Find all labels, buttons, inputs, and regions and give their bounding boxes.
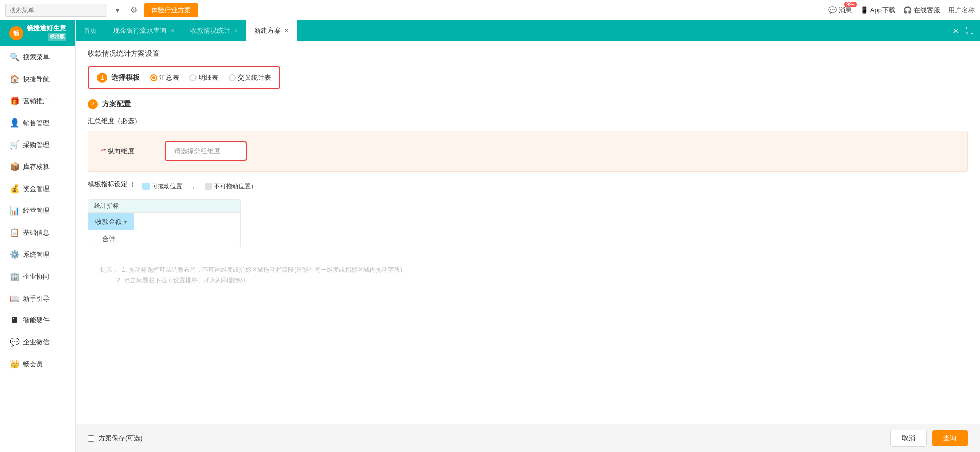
money-icon: 💰: [10, 184, 19, 194]
sidebar-item-hardware[interactable]: 🖥 智能硬件: [0, 310, 75, 331]
sidebar-item-marketing[interactable]: 🎁 营销推广: [0, 90, 75, 112]
online-service-button[interactable]: 🎧 在线客服: [903, 6, 940, 15]
sidebar-item-search[interactable]: 🔍 搜索菜单: [0, 46, 75, 68]
dimension-select[interactable]: 请选择分组维度: [165, 141, 247, 161]
sidebar-item-label: 营销推广: [23, 97, 50, 106]
monitor-icon: 🖥: [10, 316, 19, 325]
header-dropdown-button[interactable]: ▾: [111, 4, 124, 16]
sidebar-item-wechat[interactable]: 💬 企业微信: [0, 331, 75, 353]
radio-detail[interactable]: 明细表: [189, 73, 218, 82]
sidebar-item-system[interactable]: ⚙️ 系统管理: [0, 244, 75, 266]
dimension-row: ** 纵向维度 —— 请选择分组维度: [101, 141, 955, 161]
page-section: 收款情况统计方案设置 1 选择模板 汇总表: [76, 41, 980, 424]
dimension-field-label: ** 纵向维度: [101, 147, 134, 156]
radio-cross-circle: [229, 74, 236, 81]
draggable-indicator: [142, 183, 150, 190]
sidebar-item-label: 企业微信: [23, 338, 50, 347]
page-content: 收款情况统计方案设置 1 选择模板 汇总表: [76, 41, 980, 452]
sidebar-item-purchase[interactable]: 🛒 采购管理: [0, 134, 75, 156]
sidebar-item-label: 快捷导航: [23, 75, 50, 84]
tab-new-plan[interactable]: 新建方案 ×: [246, 20, 297, 41]
sidebar-item-operation[interactable]: 📊 经营管理: [0, 200, 75, 222]
radio-cross-label: 交叉统计表: [238, 73, 271, 82]
col-data-total: 合计: [88, 230, 129, 248]
window-buttons: ✕ ⛶: [950, 26, 980, 36]
tip-item-2: 2. 点击标题栏下拉可设置排序、插入列和删除列: [88, 276, 968, 285]
tab-receipts[interactable]: 收款情况统计 ×: [182, 20, 246, 41]
message-badge: 99+: [844, 2, 857, 7]
sidebar-item-corp[interactable]: 🏢 企业协同: [0, 266, 75, 288]
home-icon: 🏠: [10, 74, 19, 84]
step1-row: 1 选择模板 汇总表 明细表: [88, 66, 280, 89]
dimension-area: ** 纵向维度 —— 请选择分组维度: [88, 131, 968, 172]
step1-number: 1: [97, 73, 107, 83]
tab-receipts-close[interactable]: ×: [234, 27, 238, 34]
metrics-table-label: 统计指标: [88, 200, 240, 213]
tab-home[interactable]: 首页: [76, 20, 105, 41]
metrics-table: 统计指标 收款金额 ▾ 合计: [88, 199, 241, 248]
sidebar-item-label: 基础信息: [23, 228, 50, 237]
tab-new-plan-label: 新建方案: [254, 26, 281, 35]
step2-header: 2 方案配置: [88, 99, 968, 109]
sidebar-item-basic[interactable]: 📋 基础信息: [0, 222, 75, 244]
message-button[interactable]: 💬 消息 99+: [828, 6, 852, 15]
radio-cross[interactable]: 交叉统计表: [229, 73, 271, 82]
save-label: 方案保存(可选): [99, 434, 143, 443]
top-header: ▾ ⚙ 体验行业方案 💬 消息 99+ 📱 App下载 🎧 在线客服 用户名称: [0, 0, 980, 20]
hint-draggable-label: 可拖动位置: [152, 182, 182, 191]
radio-summary[interactable]: 汇总表: [150, 73, 179, 82]
list-icon: 📋: [10, 228, 19, 237]
step2-section: 2 方案配置 汇总维度（必选） ** 纵向维度 —— 请选择分组维度: [88, 99, 968, 292]
page-title: 收款情况统计方案设置: [88, 49, 968, 58]
user-info[interactable]: 用户名称: [948, 6, 975, 15]
cart-icon: 🛒: [10, 140, 19, 150]
header-search-input[interactable]: [5, 4, 107, 17]
sidebar-item-label: 企业协同: [23, 272, 50, 281]
col-data-row: 合计: [88, 230, 240, 248]
sidebar-item-label: 资金管理: [23, 184, 50, 194]
tab-bank[interactable]: 现金银行流水查询 ×: [105, 20, 182, 41]
content-area: 首页 现金银行流水查询 × 收款情况统计 × 新建方案 × ✕ ⛶: [76, 20, 980, 452]
metrics-hint-row: 模板指标设定（ 可拖动位置 ， 不可拖动位置）: [88, 180, 968, 193]
fixed-indicator: [205, 183, 212, 190]
sidebar-item-nav[interactable]: 🏠 快捷导航: [0, 68, 75, 90]
logo-tag: 标准版: [48, 33, 66, 41]
sidebar-item-finance[interactable]: 💰 资金管理: [0, 178, 75, 200]
query-button[interactable]: 查询: [932, 430, 968, 446]
col-header-amount[interactable]: 收款金额 ▾: [88, 213, 134, 230]
metrics-col-header: 收款金额 ▾: [88, 213, 240, 230]
sidebar-item-inventory[interactable]: 📦 库存核算: [0, 156, 75, 178]
crown-icon: 👑: [10, 359, 19, 369]
sidebar-item-label: 经营管理: [23, 206, 50, 216]
header-right: 💬 消息 99+ 📱 App下载 🎧 在线客服 用户名称: [828, 6, 975, 15]
sidebar-item-sales[interactable]: 👤 销售管理: [0, 112, 75, 134]
tab-new-plan-close[interactable]: ×: [285, 27, 288, 34]
metrics-title: 模板指标设定（: [88, 180, 134, 189]
tab-receipts-label: 收款情况统计: [190, 26, 230, 35]
sidebar-item-label: 搜索菜单: [23, 53, 50, 62]
cancel-button[interactable]: 取消: [890, 430, 927, 447]
sidebar-item-member[interactable]: 👑 畅会员: [0, 353, 75, 375]
sidebar-item-label: 新手引导: [23, 294, 50, 303]
col-dropdown-icon: ▾: [124, 219, 127, 225]
sidebar-item-guide[interactable]: 📖 新手引导: [0, 288, 75, 310]
window-maximize-button[interactable]: ⛶: [965, 26, 975, 36]
radio-detail-circle: [189, 74, 197, 81]
tab-bank-close[interactable]: ×: [170, 27, 174, 34]
chart-icon: 📊: [10, 206, 19, 216]
chat-icon: 💬: [10, 337, 19, 347]
logo-text: 畅捷通好生意: [27, 23, 66, 33]
page-footer: 方案保存(可选) 取消 查询: [76, 424, 980, 452]
window-close-button[interactable]: ✕: [950, 26, 961, 36]
tab-bank-label: 现金银行流水查询: [113, 26, 166, 35]
sidebar: 畅 畅捷通好生意 标准版 🔍 搜索菜单 🏠 快捷导航 🎁 营销推广 👤 销售管理…: [0, 20, 76, 452]
header-gear-button[interactable]: ⚙: [128, 4, 140, 16]
tab-bar: 首页 现金银行流水查询 × 收款情况统计 × 新建方案 × ✕ ⛶: [76, 20, 980, 41]
save-row: 方案保存(可选): [88, 434, 143, 443]
logo-icon: 畅: [9, 26, 23, 40]
save-checkbox[interactable]: [88, 435, 94, 442]
trial-button[interactable]: 体验行业方案: [144, 3, 198, 17]
app-download-button[interactable]: 📱 App下载: [860, 6, 895, 15]
sidebar-item-label: 系统管理: [23, 250, 50, 259]
step2-label: 方案配置: [102, 100, 131, 109]
